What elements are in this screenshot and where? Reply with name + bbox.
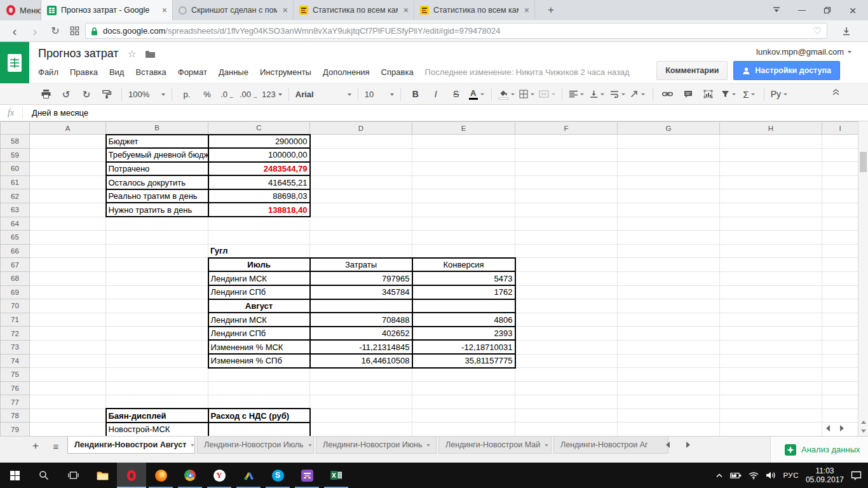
minimize-button[interactable] bbox=[789, 0, 815, 20]
cell-E77[interactable] bbox=[412, 395, 515, 409]
cell-B60[interactable]: Потрачено bbox=[106, 162, 208, 176]
last-edit-status[interactable]: Последнее изменение: Никита Чижиков 2 ча… bbox=[425, 67, 630, 77]
share-button[interactable]: Настройки доступа bbox=[733, 61, 840, 80]
new-tab-button[interactable]: + bbox=[541, 0, 560, 20]
row-header-75[interactable]: 75 bbox=[1, 368, 30, 382]
cell-C59[interactable]: 100000,00 bbox=[208, 148, 310, 162]
cell-A67[interactable] bbox=[30, 258, 106, 272]
cell-G76[interactable] bbox=[618, 381, 720, 395]
cell-H79[interactable] bbox=[720, 423, 822, 436]
row-header-59[interactable]: 59 bbox=[1, 148, 30, 162]
cell-C73[interactable]: Изменения % МСК bbox=[208, 340, 310, 354]
menu-data[interactable]: Данные bbox=[213, 65, 254, 79]
cell-F76[interactable] bbox=[515, 381, 618, 395]
cell-D65[interactable] bbox=[310, 231, 412, 245]
row-header-67[interactable]: 67 bbox=[1, 258, 30, 272]
cell-F59[interactable] bbox=[515, 148, 618, 162]
cell-A59[interactable] bbox=[30, 148, 106, 162]
zoom-select[interactable]: 100% bbox=[126, 86, 167, 102]
bookmark-heart-icon[interactable]: ♡ bbox=[813, 25, 822, 37]
menu-format[interactable]: Формат bbox=[172, 65, 213, 79]
cell-H59[interactable] bbox=[720, 148, 822, 162]
cell-B65[interactable] bbox=[106, 231, 208, 245]
cell-D69[interactable]: 345784 bbox=[310, 285, 412, 299]
taskbar-search-button[interactable] bbox=[29, 463, 58, 488]
browser-tab-4[interactable]: Статистика по всем камп × bbox=[414, 0, 535, 20]
cell-C64[interactable] bbox=[208, 217, 310, 231]
row-header-66[interactable]: 66 bbox=[1, 244, 30, 258]
vertical-scrollbar[interactable] bbox=[858, 121, 868, 436]
scrollbar-thumb[interactable] bbox=[860, 152, 867, 172]
cell-G66[interactable] bbox=[618, 244, 720, 258]
cell-H73[interactable] bbox=[720, 340, 822, 354]
cell-A73[interactable] bbox=[30, 340, 106, 354]
cell-G70[interactable] bbox=[618, 299, 720, 313]
star-icon[interactable]: ☆ bbox=[128, 48, 137, 60]
sheet-tab-5[interactable]: Лендинги-Новострои Аг bbox=[553, 437, 668, 454]
menu-edit[interactable]: Правка bbox=[64, 65, 104, 79]
cell-I61[interactable] bbox=[822, 175, 858, 189]
cell-A65[interactable] bbox=[30, 231, 106, 245]
comments-button[interactable]: Комментарии bbox=[656, 61, 728, 80]
cell-F65[interactable] bbox=[515, 231, 618, 245]
cell-F77[interactable] bbox=[515, 395, 618, 409]
row-header-71[interactable]: 71 bbox=[1, 313, 30, 327]
filter-button[interactable] bbox=[719, 86, 739, 102]
text-wrap-button[interactable] bbox=[607, 86, 628, 102]
reload-button[interactable]: ↻ bbox=[47, 20, 64, 41]
cell-C74[interactable]: Изменения % СПб bbox=[208, 354, 310, 368]
cell-H78[interactable] bbox=[720, 409, 822, 423]
cell-B78[interactable]: Баян-дисплей bbox=[106, 409, 208, 423]
column-header-C[interactable]: C bbox=[208, 122, 310, 135]
cell-H65[interactable] bbox=[720, 231, 822, 245]
cell-E62[interactable] bbox=[412, 189, 515, 203]
cell-D67[interactable]: Затраты bbox=[310, 258, 412, 272]
cell-H60[interactable] bbox=[720, 162, 822, 176]
back-button[interactable]: ‹ bbox=[6, 20, 23, 41]
opera-menu-button[interactable]: Меню bbox=[6, 0, 42, 20]
downloads-icon[interactable] bbox=[835, 20, 858, 41]
menu-file[interactable]: Файл bbox=[32, 65, 64, 79]
cell-B62[interactable]: Реально тратим в день bbox=[106, 189, 208, 203]
taskbar-clock[interactable]: 11:03 05.09.2017 bbox=[806, 466, 844, 484]
cell-D68[interactable]: 797965 bbox=[310, 271, 412, 285]
cell-B70[interactable] bbox=[106, 299, 208, 313]
column-header-B[interactable]: B bbox=[106, 122, 208, 135]
cell-A69[interactable] bbox=[30, 285, 106, 299]
redo-button[interactable]: ↻ bbox=[76, 86, 97, 102]
cell-C61[interactable]: 416455,21 bbox=[208, 175, 310, 189]
scroll-down-icon[interactable] bbox=[858, 426, 868, 435]
cell-H63[interactable] bbox=[720, 203, 822, 217]
horizontal-align-button[interactable] bbox=[567, 86, 587, 102]
increase-decimal-button[interactable]: .00→ bbox=[238, 86, 260, 102]
cell-C76[interactable] bbox=[208, 381, 310, 395]
row-header-60[interactable]: 60 bbox=[1, 162, 30, 176]
cell-H70[interactable] bbox=[720, 299, 822, 313]
cell-F74[interactable] bbox=[515, 354, 618, 368]
cell-B68[interactable] bbox=[106, 271, 208, 285]
cell-C68[interactable]: Лендинги МСК bbox=[208, 271, 310, 285]
cell-C62[interactable]: 88698,03 bbox=[208, 189, 310, 203]
taskbar-firefox-button[interactable] bbox=[146, 463, 175, 488]
paint-format-button[interactable] bbox=[97, 86, 117, 102]
cell-C75[interactable] bbox=[208, 368, 310, 382]
select-all-corner[interactable] bbox=[1, 122, 30, 135]
cell-E69[interactable]: 1762 bbox=[412, 285, 515, 299]
menu-addons[interactable]: Дополнения bbox=[317, 65, 376, 79]
cell-B69[interactable] bbox=[106, 285, 208, 299]
row-header-77[interactable]: 77 bbox=[1, 395, 30, 409]
taskbar-google-ads-button[interactable] bbox=[234, 463, 263, 488]
input-tools-button[interactable]: Ру bbox=[769, 86, 789, 102]
explore-button[interactable]: Анализ данных bbox=[770, 437, 868, 463]
cell-H75[interactable] bbox=[720, 368, 822, 382]
row-header-65[interactable]: 65 bbox=[1, 231, 30, 245]
row-header-64[interactable]: 64 bbox=[1, 217, 30, 231]
tab-close-icon[interactable]: × bbox=[161, 6, 168, 15]
cell-B74[interactable] bbox=[106, 354, 208, 368]
cell-I62[interactable] bbox=[822, 189, 858, 203]
cell-I78[interactable] bbox=[822, 409, 858, 423]
row-header-76[interactable]: 76 bbox=[1, 381, 30, 395]
taskbar-opera-button[interactable] bbox=[117, 463, 146, 488]
taskbar-chrome-button[interactable] bbox=[175, 463, 205, 488]
cell-B75[interactable] bbox=[106, 368, 208, 382]
